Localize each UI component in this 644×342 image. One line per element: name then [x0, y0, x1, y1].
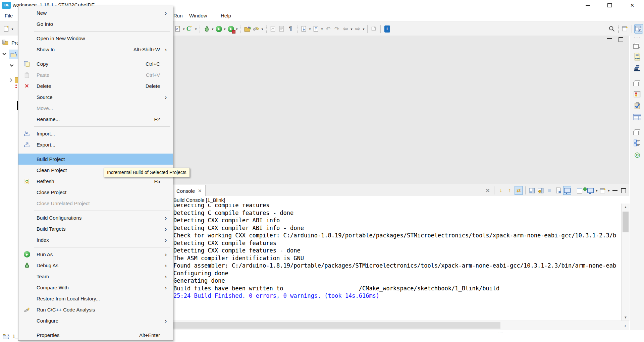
menu-item-new[interactable]: New [18, 7, 173, 18]
new-c-file-icon[interactable]: c [174, 24, 182, 33]
show-error-console-icon[interactable] [515, 186, 523, 195]
scrollbar-thumb[interactable] [623, 212, 629, 232]
menu-item-restore-from-local-history[interactable]: Restore from Local History... [18, 293, 173, 304]
debug-dropdown[interactable] [211, 24, 214, 33]
display-selected-console-icon[interactable] [587, 186, 594, 194]
restore-views-icon-2[interactable] [630, 78, 644, 88]
previous-annotation-icon[interactable] [312, 24, 320, 33]
console-tab[interactable]: Console ✕ [173, 185, 206, 196]
previous-annotation-dropdown[interactable] [320, 24, 324, 33]
restore-views-icon-3[interactable] [630, 127, 644, 137]
restore-button[interactable] [602, 0, 617, 11]
scroll-down-icon[interactable]: ▼ [622, 314, 630, 321]
next-annotation-dropdown[interactable] [308, 24, 312, 33]
menu-item-show-in[interactable]: Show InAlt+Shift+W [18, 44, 173, 55]
new-c-file-dropdown[interactable] [182, 24, 185, 33]
panel-drag-handle[interactable] [498, 331, 502, 334]
menu-window[interactable]: Window [187, 12, 209, 21]
build-file-icon[interactable] [269, 24, 277, 33]
project-explorer-tab[interactable]: Pro [2, 40, 19, 46]
maximize-panel-icon[interactable] [620, 186, 627, 194]
outline-view-icon[interactable] [630, 138, 644, 148]
table-view-icon[interactable] [630, 112, 644, 122]
new-cpp-project-dropdown[interactable] [194, 24, 198, 33]
tasks-view-icon[interactable] [630, 101, 644, 111]
restore-views-icon[interactable] [630, 40, 644, 50]
selected-project-item[interactable]: c [9, 50, 19, 59]
minimize-panel-icon[interactable] [611, 186, 619, 194]
menu-item-build-project[interactable]: Build Project [18, 154, 173, 165]
scroll-right-icon[interactable]: › [622, 322, 629, 329]
menu-item-build-configurations[interactable]: Build Configurations [18, 212, 173, 223]
lock-console-icon[interactable] [537, 186, 544, 194]
open-log-icon[interactable] [528, 186, 536, 194]
tree-chevron-collapsed[interactable] [9, 78, 13, 83]
menu-item-delete[interactable]: DeleteDelete [18, 80, 173, 92]
last-edit-forward-icon[interactable] [333, 24, 341, 33]
forward-dropdown[interactable] [362, 24, 365, 33]
info-icon[interactable]: i [383, 24, 391, 33]
menu-item-copy[interactable]: CopyCtrl+C [18, 58, 173, 69]
run-icon[interactable] [215, 24, 223, 33]
minimize-editor-button[interactable] [607, 38, 612, 39]
flashlight-search-icon[interactable] [252, 24, 260, 33]
debug-icon[interactable] [203, 24, 211, 33]
pin-console-icon[interactable] [577, 186, 586, 194]
menu-item-source[interactable]: Source [18, 92, 173, 103]
menu-file[interactable]: File [3, 12, 15, 21]
tree-chevron-expanded-2[interactable] [9, 63, 14, 69]
tab-close-icon[interactable]: ✕ [198, 188, 202, 193]
next-error-icon[interactable] [497, 186, 504, 194]
menu-item-run-as[interactable]: Run As [18, 249, 173, 260]
profile-icon[interactable] [227, 24, 235, 33]
pilcrow-icon[interactable] [286, 24, 294, 33]
minimize-button[interactable] [580, 0, 595, 11]
vertical-scrollbar[interactable]: ▲ ▼ [621, 204, 630, 321]
new-wizard-icon[interactable] [2, 24, 10, 33]
open-console-dropdown[interactable] [607, 186, 610, 195]
run-dropdown[interactable] [223, 24, 226, 33]
open-folder-icon[interactable] [244, 24, 252, 33]
document-icon[interactable] [278, 24, 286, 33]
menu-item-team[interactable]: Team [18, 271, 173, 282]
back-dropdown[interactable] [350, 24, 353, 33]
cpp-perspective-icon[interactable]: C [634, 24, 643, 34]
maximize-editor-button[interactable] [619, 37, 623, 42]
menu-item-close-unrelated-project[interactable]: Close Unrelated Project [18, 198, 173, 209]
menu-item-import[interactable]: Import... [18, 128, 173, 139]
menu-item-configure[interactable]: Configure [18, 315, 173, 326]
profile-dropdown[interactable] [235, 24, 238, 33]
forward-icon[interactable] [354, 24, 362, 33]
open-console-icon[interactable] [599, 186, 606, 194]
menu-item-properties[interactable]: PropertiesAlt+Enter [18, 330, 173, 341]
menu-item-move[interactable]: Move... [18, 103, 173, 114]
menu-run[interactable]: Run [171, 12, 185, 21]
menu-item-open-in-new-window[interactable]: Open in New Window [18, 33, 173, 44]
menu-item-paste[interactable]: PasteCtrl+V [18, 69, 173, 80]
search-icon[interactable] [608, 24, 616, 33]
binary-view-icon[interactable]: 010 [630, 52, 644, 62]
open-perspective-icon[interactable] [621, 24, 629, 33]
stack-analyzer-icon[interactable] [630, 63, 644, 73]
menu-item-rename[interactable]: Rename...F2 [18, 114, 173, 125]
clear-console-icon[interactable] [554, 186, 562, 194]
target-view-icon[interactable] [630, 150, 644, 160]
new-cpp-project-icon[interactable]: C✦ [186, 24, 194, 33]
previous-error-icon[interactable] [506, 186, 513, 194]
horizontal-scrollbar[interactable]: › [173, 321, 629, 330]
menu-item-refresh[interactable]: RefreshF5 [18, 176, 173, 187]
menu-item-run-code-analysis[interactable]: Run C/C++ Code Analysis [18, 304, 173, 315]
menu-item-go-into[interactable]: Go Into [18, 18, 173, 30]
scroll-up-icon[interactable]: ▲ [622, 204, 630, 210]
image-view-icon[interactable] [630, 89, 644, 99]
menu-help[interactable]: Help [219, 12, 233, 21]
scroll-lock-icon[interactable] [563, 186, 571, 195]
pin-editor-icon[interactable] [370, 24, 378, 33]
menu-item-export[interactable]: Export... [18, 139, 173, 150]
terminate-icon[interactable] [484, 186, 491, 194]
last-edit-back-icon[interactable] [324, 24, 332, 33]
back-icon[interactable] [341, 24, 350, 33]
close-button[interactable]: ✕ [625, 0, 640, 11]
tree-chevron-expanded[interactable] [2, 52, 7, 57]
menu-item-close-project[interactable]: Close Project [18, 187, 173, 198]
